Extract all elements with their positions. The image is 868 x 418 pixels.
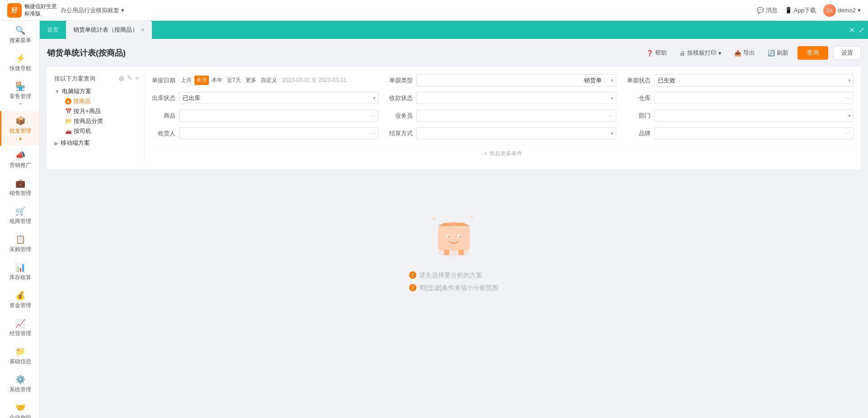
maximize-icon[interactable]: ⤢	[859, 26, 864, 34]
tab-home[interactable]: 首页	[40, 21, 66, 39]
filter-dept: 部门 ▾	[627, 109, 854, 122]
goods-dots-icon[interactable]: ···	[370, 112, 376, 120]
date-tab-7days[interactable]: 近7天	[225, 76, 243, 85]
filter-section: 按以下方案查询 ⊕ ✎ « ▼ 电脑端方案	[47, 67, 861, 169]
query-button[interactable]: 查询	[797, 46, 828, 60]
refresh-icon: 🔄	[768, 50, 775, 57]
doc-status-input[interactable]	[654, 74, 854, 86]
help-btn[interactable]: ❓ 帮助	[642, 47, 670, 59]
dept-input[interactable]	[654, 109, 854, 122]
salesman-dots-icon[interactable]: ···	[607, 112, 613, 120]
svg-text:✦: ✦	[431, 215, 437, 223]
dept-wrap: ▾	[654, 109, 854, 122]
sidebar-item-system[interactable]: ⚙️ 系统管理	[0, 370, 39, 398]
sidebar-item-wholesale[interactable]: 📦 批发管理 ▲	[0, 111, 39, 146]
sidebar-item-ecommerce[interactable]: 🛒 电商管理	[0, 202, 39, 230]
doc-status-arrow-icon[interactable]: ▾	[848, 77, 851, 84]
right-filters: 单据日期 上月 本月 本年 近7天 更多 自定义	[145, 74, 854, 162]
sidebar-item-finance[interactable]: 💰 资金管理	[0, 286, 39, 314]
template-print-btn[interactable]: 🖨 按模板打印 ▾	[676, 47, 725, 59]
filter-goods: 商品 ···	[152, 109, 378, 122]
close-window-icon[interactable]: ✕	[849, 26, 855, 34]
tab-sales-report[interactable]: 销货单统计表（按商品） ✕	[66, 21, 152, 39]
collapse-bar[interactable]: ∧ 收起更多条件	[152, 145, 854, 162]
help-icon: ❓	[646, 50, 653, 57]
refresh-btn[interactable]: 🔄 刷新	[764, 47, 792, 59]
tree-child-by-category[interactable]: 📁 按商品分类	[54, 117, 139, 125]
doc-type-arrow-icon[interactable]: ▾	[611, 77, 613, 84]
filter-row-4: 收货人 ··· 结算方式	[152, 127, 854, 139]
workspace-selector[interactable]: 办公用品行业模拟账套 ▾	[61, 6, 124, 14]
filter-receipt-status: 收款状态 ▾	[389, 92, 616, 104]
receipt-status-input[interactable]	[416, 92, 616, 104]
header-left: 好 畅捷信好生意 标准版 办公用品行业模拟账套 ▾	[7, 3, 124, 18]
chevron-down-icon: ▾	[858, 7, 861, 14]
sidebar-item-sales[interactable]: 💼 销售管理	[0, 174, 39, 202]
payment-arrow-icon[interactable]: ▾	[611, 130, 613, 137]
out-status-value: 已出库	[183, 94, 200, 102]
receiver-dots-icon[interactable]: ···	[370, 129, 376, 138]
retail-icon: 🏪	[3, 81, 38, 91]
sidebar-item-retail[interactable]: 🏪 零售管理 ▾	[0, 77, 39, 111]
brand-input[interactable]	[654, 127, 854, 139]
sidebar-item-marketing[interactable]: 📣 营销推广	[0, 146, 39, 174]
date-range-wrap: 上月 本月 本年 近7天 更多 自定义 2023-03-01 至 2023-03…	[179, 76, 378, 85]
app-download-btn[interactable]: 📱 App下载	[785, 6, 816, 14]
tree-child-by-driver[interactable]: 🚗 按司机	[54, 127, 139, 135]
out-status-wrap: 已出库 ▾	[179, 92, 378, 104]
date-tab-this-year[interactable]: 本年	[210, 76, 224, 85]
export-icon: 📤	[734, 50, 741, 57]
page-content: 销货单统计表(按商品) ❓ 帮助 🖨 按模板打印 ▾ 📤	[40, 39, 868, 418]
collapse-left-icon[interactable]: «	[135, 74, 139, 83]
date-tab-more[interactable]: 更多	[244, 76, 258, 85]
logo-icon: 好	[7, 3, 22, 18]
sales-icon: 💼	[3, 178, 38, 188]
warehouse-dots-icon[interactable]: ···	[845, 94, 851, 102]
tree-parent-mobile[interactable]: ▶ 移动端方案	[54, 139, 139, 147]
out-status-input[interactable]	[179, 92, 378, 104]
sidebar-item-search[interactable]: 🔍 搜索菜单	[0, 21, 39, 49]
settings-button[interactable]: 设置	[834, 46, 861, 60]
add-icon[interactable]: ⊕	[118, 74, 124, 83]
operation-icon: 📈	[3, 318, 38, 328]
filter-row-2: 出库状态 已出库 ▾ 收款状态	[152, 92, 854, 104]
warehouse-input[interactable]	[654, 92, 854, 104]
filter-doc-type: 单据类型 销货单 ▾	[389, 74, 616, 86]
expand-icon: ▲	[18, 136, 23, 141]
tree-child-by-month-goods[interactable]: 📅 按月+商品	[54, 107, 139, 115]
sidebar-item-basic-info[interactable]: 📁 基础信息	[0, 342, 39, 370]
driver-icon: 🚗	[65, 128, 72, 134]
date-tab-last-month[interactable]: 上月	[179, 76, 193, 85]
sidebar-item-procurement[interactable]: 📋 采购管理	[0, 230, 39, 258]
dept-arrow-icon[interactable]: ▾	[848, 113, 851, 119]
date-tab-this-month[interactable]: 本月	[194, 76, 209, 85]
date-tab-custom[interactable]: 自定义	[259, 76, 279, 85]
filter-row-1: 单据日期 上月 本月 本年 近7天 更多 自定义	[152, 74, 854, 86]
user-menu[interactable]: Ea demo2 ▾	[823, 4, 861, 17]
tree-expand-icon: ▼	[54, 88, 60, 95]
sidebar-item-operation[interactable]: 📈 经营管理	[0, 314, 39, 342]
sidebar-item-quick-nav[interactable]: ⚡ 快捷导航	[0, 49, 39, 77]
out-status-arrow-icon[interactable]: ▾	[373, 95, 376, 101]
tree-child-by-goods[interactable]: ● 按商品	[54, 97, 139, 105]
message-btn[interactable]: 💬 消息	[757, 6, 778, 14]
salesman-input[interactable]	[416, 109, 616, 122]
sidebar-item-cooperation[interactable]: 🤝 企业协同	[0, 398, 39, 418]
export-btn[interactable]: 📤 导出	[731, 47, 759, 59]
date-range-display: 2023-03-01 至 2023-03-31	[283, 76, 346, 84]
filter-row-3: 商品 ··· 业务员	[152, 109, 854, 122]
sidebar-item-inventory[interactable]: 📊 库存核算	[0, 258, 39, 286]
edit-icon[interactable]: ✎	[127, 74, 132, 83]
tree-collapse-icon: ▶	[54, 140, 59, 147]
message-icon: 💬	[757, 7, 764, 14]
tab-close-icon[interactable]: ✕	[141, 27, 145, 33]
tree-parent-desktop[interactable]: ▼ 电脑端方案	[54, 87, 139, 95]
receiver-input[interactable]	[179, 127, 378, 139]
download-icon: 📱	[785, 7, 792, 14]
goods-input[interactable]	[179, 109, 378, 122]
main-layout: 🔍 搜索菜单 ⚡ 快捷导航 🏪 零售管理 ▾ 📦 批发管理 ▲ 📣 营销推广	[0, 21, 868, 418]
brand-dots-icon[interactable]: ···	[845, 129, 851, 138]
payment-input[interactable]	[416, 127, 616, 139]
receipt-status-arrow-icon[interactable]: ▾	[611, 95, 613, 101]
tab-maximize-area: ✕ ⤢	[849, 26, 864, 34]
